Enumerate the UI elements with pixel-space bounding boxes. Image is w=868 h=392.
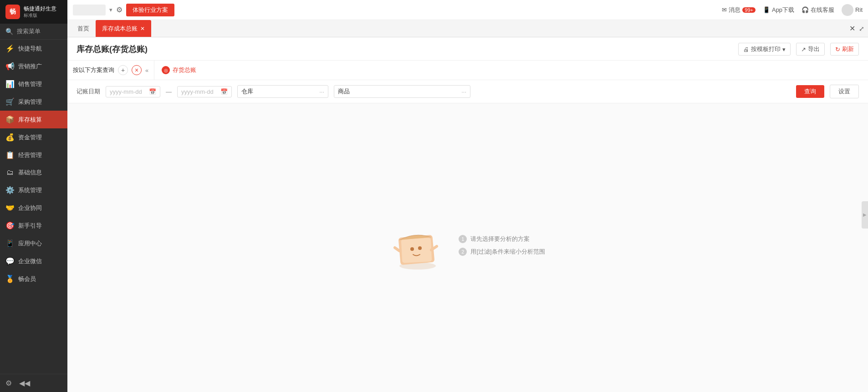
scheme-label: 存货总账 bbox=[173, 66, 196, 74]
filter-remove-btn[interactable]: × bbox=[132, 65, 142, 75]
resize-icon[interactable]: ⤢ bbox=[859, 25, 864, 32]
sidebar-item-label: 企业协同 bbox=[18, 204, 42, 212]
sidebar-item-label: 企业微信 bbox=[18, 257, 42, 265]
industry-btn[interactable]: 体验行业方案 bbox=[126, 4, 174, 16]
warehouse-ellipsis-icon[interactable]: ··· bbox=[319, 88, 324, 95]
warehouse-select[interactable]: 仓库 ··· bbox=[237, 85, 328, 98]
svg-point-4 bbox=[418, 246, 422, 250]
avatar bbox=[842, 4, 853, 16]
sidebar-item-label: 畅会员 bbox=[18, 275, 36, 283]
sidebar-item-enterprise[interactable]: 🤝 企业协同 bbox=[0, 199, 67, 217]
svg-point-3 bbox=[410, 247, 414, 251]
export-btn[interactable]: ↗ 导出 bbox=[796, 43, 825, 56]
sidebar-item-label: 销售管理 bbox=[18, 80, 42, 88]
tab-inventory-ledger[interactable]: 库存成本总账 ✕ bbox=[96, 20, 151, 37]
sales-icon: 📊 bbox=[5, 80, 15, 88]
date-start-input[interactable]: yyyy-mm-dd 📅 bbox=[106, 86, 160, 97]
step-2-text: 用[过滤]条件来缩小分析范围 bbox=[470, 248, 545, 256]
filter-section: 按以下方案查询 + × « ◎ 存货总账 bbox=[67, 61, 868, 80]
calendar-end-icon[interactable]: 📅 bbox=[220, 88, 228, 95]
sidebar-item-label: 经营管理 bbox=[18, 151, 42, 159]
sidebar-item-label: 库存核算 bbox=[18, 116, 42, 124]
close-panel-icon[interactable]: ✕ bbox=[849, 24, 855, 33]
date-label: 记账日期 bbox=[77, 87, 100, 96]
filter-section-label: 按以下方案查询 bbox=[73, 66, 114, 74]
export-icon: ↗ bbox=[801, 46, 806, 53]
sidebar-item-sales[interactable]: 📊 销售管理 bbox=[0, 75, 67, 93]
sidebar-item-label: 采购管理 bbox=[18, 98, 42, 106]
message-label: 消息 bbox=[729, 6, 740, 14]
sidebar-item-basic[interactable]: 🗂 基础信息 bbox=[0, 164, 67, 181]
sidebar-item-operation[interactable]: 📋 经营管理 bbox=[0, 146, 67, 164]
product-label: 商品 bbox=[338, 87, 350, 96]
right-panel-handle[interactable]: ▶ bbox=[862, 201, 868, 229]
sidebar-item-app-center[interactable]: 📱 应用中心 bbox=[0, 234, 67, 252]
chevron-down-icon[interactable]: ▾ bbox=[109, 6, 112, 13]
filter-settings-btn[interactable]: 设置 bbox=[830, 85, 859, 98]
settings-icon[interactable]: ⚙ bbox=[5, 379, 12, 387]
online-service-item[interactable]: 🎧 在线客服 bbox=[802, 6, 834, 14]
print-btn[interactable]: 🖨 按模板打印 ▾ bbox=[738, 43, 791, 56]
tab-home-label: 首页 bbox=[77, 25, 89, 33]
sidebar-items-list: ⚡ 快捷导航 📢 营销推广 📊 销售管理 🛒 采购管理 📦 库存核算 💰 资金管… bbox=[0, 40, 67, 374]
sidebar-item-member[interactable]: 🏅 畅会员 bbox=[0, 270, 67, 288]
refresh-btn[interactable]: ↻ 刷新 bbox=[830, 43, 859, 56]
sidebar-item-label: 营销推广 bbox=[18, 62, 42, 71]
svg-rect-2 bbox=[401, 238, 432, 263]
online-service-label: 在线客服 bbox=[811, 6, 834, 14]
calendar-start-icon[interactable]: 📅 bbox=[149, 88, 156, 95]
sidebar-item-wechat[interactable]: 💬 企业微信 bbox=[0, 252, 67, 270]
tab-home[interactable]: 首页 bbox=[71, 20, 96, 37]
empty-state: 1 请先选择要分析的方案 2 用[过滤]条件来缩小分析范围 bbox=[390, 223, 545, 273]
collapse-icon[interactable]: ◀◀ bbox=[19, 379, 30, 387]
svg-line-5 bbox=[395, 248, 399, 251]
product-select[interactable]: 商品 ··· bbox=[334, 85, 470, 98]
member-icon: 🏅 bbox=[5, 275, 15, 283]
system-icon: ⚙️ bbox=[5, 186, 15, 194]
search-icon: 🔍 bbox=[5, 28, 13, 35]
query-btn[interactable]: 查询 bbox=[796, 85, 824, 98]
panel-handle-icon: ▶ bbox=[863, 212, 868, 217]
app-download-item[interactable]: 📱 App下载 bbox=[763, 6, 794, 14]
breadcrumb bbox=[73, 5, 106, 15]
topbar-gear-icon[interactable]: ⚙ bbox=[116, 5, 123, 14]
filter-scheme-item[interactable]: ◎ 存货总账 bbox=[154, 61, 204, 80]
sidebar-item-capital[interactable]: 💰 资金管理 bbox=[0, 128, 67, 146]
sidebar-item-inventory[interactable]: 📦 库存核算 bbox=[0, 111, 67, 128]
page-title: 库存总账(存货总账) bbox=[77, 44, 148, 55]
product-ellipsis-icon[interactable]: ··· bbox=[461, 88, 466, 95]
app-center-icon: 📱 bbox=[5, 239, 15, 248]
tab-panel-controls: ✕ ⤢ bbox=[849, 24, 864, 33]
empty-step-2: 2 用[过滤]条件来缩小分析范围 bbox=[459, 248, 545, 256]
filter-label-area: 按以下方案查询 + × « bbox=[67, 61, 154, 80]
tab-close-icon[interactable]: ✕ bbox=[140, 25, 145, 32]
content-area: 库存总账(存货总账) 🖨 按模板打印 ▾ ↗ 导出 ↻ 刷新 bbox=[67, 37, 868, 392]
sidebar-item-marketing[interactable]: 📢 营销推广 bbox=[0, 57, 67, 75]
sidebar-item-label: 资金管理 bbox=[18, 133, 42, 142]
sidebar-item-label: 快捷导航 bbox=[18, 45, 42, 53]
wechat-icon: 💬 bbox=[5, 257, 15, 265]
sidebar-item-purchase[interactable]: 🛒 采购管理 bbox=[0, 93, 67, 111]
sidebar-item-quick-nav[interactable]: ⚡ 快捷导航 bbox=[0, 40, 67, 57]
empty-step-1: 1 请先选择要分析的方案 bbox=[459, 235, 545, 243]
sidebar-logo: 畅 畅捷通好生意 标准版 bbox=[0, 0, 67, 24]
message-item[interactable]: ✉ 消息 99+ bbox=[722, 6, 756, 14]
refresh-icon: ↻ bbox=[835, 46, 840, 53]
sidebar-search[interactable]: 🔍 搜索菜单 bbox=[0, 24, 67, 40]
sidebar-item-label: 新手引导 bbox=[18, 222, 42, 230]
topbar-left: ▾ ⚙ 体验行业方案 bbox=[73, 4, 174, 16]
capital-icon: 💰 bbox=[5, 133, 15, 142]
app-name: 畅捷通好生意 bbox=[24, 5, 56, 13]
topbar-right: ✉ 消息 99+ 📱 App下载 🎧 在线客服 Rit bbox=[722, 4, 863, 16]
sidebar: 畅 畅捷通好生意 标准版 🔍 搜索菜单 ⚡ 快捷导航 📢 营销推广 📊 销售管理… bbox=[0, 0, 67, 392]
warehouse-label: 仓库 bbox=[241, 87, 253, 96]
basic-icon: 🗂 bbox=[5, 168, 15, 177]
sidebar-item-guide[interactable]: 🎯 新手引导 bbox=[0, 217, 67, 234]
user-avatar-area[interactable]: Rit bbox=[842, 4, 863, 16]
filter-row: 记账日期 yyyy-mm-dd 📅 — yyyy-mm-dd 📅 仓库 ··· … bbox=[67, 80, 868, 103]
sidebar-item-system[interactable]: ⚙️ 系统管理 bbox=[0, 181, 67, 199]
filter-add-btn[interactable]: + bbox=[118, 65, 128, 75]
filter-collapse-icon[interactable]: « bbox=[145, 67, 148, 74]
date-end-input[interactable]: yyyy-mm-dd 📅 bbox=[177, 86, 232, 97]
user-name: Rit bbox=[855, 6, 863, 13]
